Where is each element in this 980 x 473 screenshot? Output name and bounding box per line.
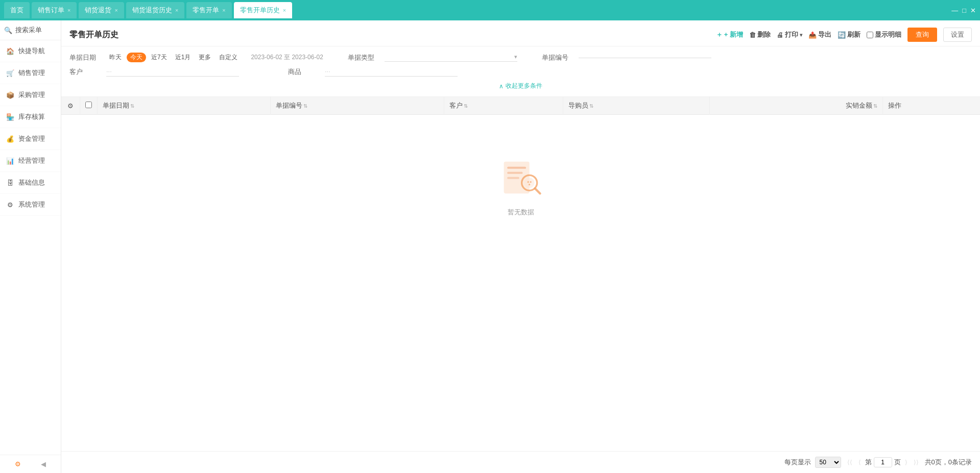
- tab-retail-open-history[interactable]: 零售开单历史 ×: [234, 2, 292, 18]
- th-gear[interactable]: ⚙: [61, 97, 80, 115]
- display-detail-checkbox[interactable]: [867, 32, 873, 38]
- prev-page-button[interactable]: ⟨: [856, 458, 863, 467]
- window-controls: — □ ✕: [951, 7, 976, 14]
- goods-dots: ···: [325, 67, 330, 75]
- date-btn-7days[interactable]: 近7天: [148, 53, 170, 62]
- search-icon: 🔍: [4, 27, 12, 34]
- close-tab-retail-open[interactable]: ×: [222, 7, 225, 13]
- last-page-button[interactable]: ⟩⟩: [912, 458, 921, 467]
- package-icon: 📦: [6, 91, 14, 99]
- svg-point-9: [529, 184, 530, 185]
- empty-text: 暂无数据: [508, 208, 534, 217]
- database-icon: 🗄: [6, 179, 14, 187]
- minimize-button[interactable]: —: [951, 7, 958, 14]
- date-filter-label: 单据日期: [69, 53, 98, 62]
- page-label: 第: [865, 458, 872, 467]
- next-page-button[interactable]: ⟩: [903, 458, 910, 467]
- goods-filter-input[interactable]: ···: [325, 67, 458, 77]
- empty-state: 暂无数据: [61, 115, 980, 258]
- sn-filter-input[interactable]: [579, 57, 711, 58]
- sort-sn-icon: ⇅: [303, 103, 307, 109]
- tab-retail-open[interactable]: 零售开单 ×: [186, 2, 231, 18]
- sidebar: 🔍 搜索采单 🏠 快捷导航 🛒 销售管理 📦 采购管理 🏪 库存核算 💰 资金管…: [0, 20, 61, 473]
- display-detail-button[interactable]: 显示明细: [867, 30, 901, 39]
- main-layout: 🔍 搜索采单 🏠 快捷导航 🛒 销售管理 📦 采购管理 🏪 库存核算 💰 资金管…: [0, 20, 980, 473]
- tab-sales-order[interactable]: 销售订单 ×: [32, 2, 77, 18]
- svg-rect-3: [507, 177, 519, 179]
- sidebar-settings-icon[interactable]: ⚙: [15, 460, 21, 468]
- export-icon: 📤: [808, 31, 817, 39]
- goods-filter-label: 商品: [288, 67, 317, 77]
- date-btn-today[interactable]: 今天: [127, 53, 146, 62]
- table-settings-gear-icon[interactable]: ⚙: [67, 102, 74, 110]
- svg-rect-1: [507, 167, 526, 169]
- page-header: 零售开单历史 ＋ + 新增 🗑 删除 🖨 打印 ▾ 📤 导出: [61, 20, 980, 46]
- th-checkbox[interactable]: [80, 97, 97, 115]
- money-icon: 💰: [6, 135, 14, 143]
- th-customer[interactable]: 客户 ⇅: [444, 97, 563, 115]
- type-filter-select[interactable]: ▾: [385, 54, 517, 62]
- type-filter-label: 单据类型: [348, 53, 376, 62]
- close-tab-retail-open-history[interactable]: ×: [283, 7, 286, 13]
- th-amount[interactable]: 实销金额 ⇅: [709, 97, 883, 115]
- close-tab-sales-return-history[interactable]: ×: [175, 7, 178, 13]
- date-btn-more[interactable]: 更多: [196, 53, 214, 62]
- sidebar-collapse-icon[interactable]: ◀: [41, 460, 46, 468]
- sidebar-item-quick-nav[interactable]: 🏠 快捷导航: [0, 40, 61, 62]
- sidebar-item-finance[interactable]: 💰 资金管理: [0, 128, 61, 150]
- first-page-button[interactable]: ⟨⟨: [845, 458, 854, 467]
- sidebar-item-ops-mgmt[interactable]: 📊 经营管理: [0, 150, 61, 172]
- type-dropdown-icon[interactable]: ▾: [514, 54, 517, 60]
- query-button[interactable]: 查询: [907, 28, 937, 42]
- page-number-input[interactable]: [874, 457, 892, 467]
- data-table: ⚙ 单据日期 ⇅ 单据编号: [61, 97, 980, 115]
- select-all-checkbox[interactable]: [85, 102, 92, 108]
- close-tab-sales-return[interactable]: ×: [114, 7, 117, 13]
- collapse-icon: ∧: [499, 83, 504, 90]
- customer-dots: ···: [106, 67, 112, 75]
- refresh-button[interactable]: 🔄 刷新: [838, 30, 861, 39]
- sidebar-item-sys-mgmt[interactable]: ⚙ 系统管理: [0, 194, 61, 216]
- svg-point-8: [530, 181, 531, 183]
- th-guide[interactable]: 导购员 ⇅: [563, 97, 709, 115]
- print-button[interactable]: 🖨 打印 ▾: [777, 30, 802, 39]
- sidebar-item-inventory[interactable]: 🏪 库存核算: [0, 106, 61, 128]
- per-page-select[interactable]: 50 10 20 100: [815, 457, 841, 468]
- date-btn-custom[interactable]: 自定义: [216, 53, 241, 62]
- plus-icon: ＋: [716, 30, 723, 39]
- add-button[interactable]: ＋ + 新增: [716, 30, 743, 39]
- page-title: 零售开单历史: [69, 30, 118, 40]
- pagination-bar: 每页显示 50 10 20 100 ⟨⟨ ⟨ 第 页 ⟩ ⟩⟩ 共0页，0条记录: [61, 451, 980, 473]
- home-icon: 🏠: [6, 47, 14, 55]
- sort-guide-icon: ⇅: [589, 103, 593, 109]
- sidebar-item-sales-mgmt[interactable]: 🛒 销售管理: [0, 62, 61, 84]
- close-tab-sales-order[interactable]: ×: [67, 7, 70, 13]
- print-icon: 🖨: [777, 31, 783, 39]
- date-btn-1month[interactable]: 近1月: [172, 53, 194, 62]
- th-date[interactable]: 单据日期 ⇅: [97, 97, 271, 115]
- maximize-button[interactable]: □: [962, 7, 966, 14]
- sidebar-item-purchase-mgmt[interactable]: 📦 采购管理: [0, 84, 61, 106]
- date-btn-yesterday[interactable]: 昨天: [106, 53, 125, 62]
- customer-filter-input[interactable]: ···: [106, 67, 239, 77]
- settings-button[interactable]: 设置: [943, 28, 972, 42]
- delete-button[interactable]: 🗑 删除: [749, 30, 771, 39]
- refresh-icon: 🔄: [838, 31, 846, 39]
- tab-sales-return-history[interactable]: 销货退货历史 ×: [126, 2, 184, 18]
- total-label: 共0页，0条记录: [925, 458, 972, 467]
- customer-filter-label: 客户: [69, 67, 98, 77]
- filter-row-2: 客户 ··· 商品 ···: [69, 67, 972, 77]
- sidebar-search[interactable]: 🔍 搜索采单: [0, 20, 61, 40]
- sort-amount-icon: ⇅: [873, 103, 877, 109]
- export-button[interactable]: 📤 导出: [808, 30, 831, 39]
- tab-home[interactable]: 首页: [4, 2, 30, 18]
- close-button[interactable]: ✕: [970, 7, 976, 14]
- tab-sales-return[interactable]: 销货退货 ×: [79, 2, 124, 18]
- header-actions: ＋ + 新增 🗑 删除 🖨 打印 ▾ 📤 导出 🔄: [716, 28, 972, 42]
- filter-row-1: 单据日期 昨天 今天 近7天 近1月 更多 自定义 2023-06-02 至 2…: [69, 53, 972, 62]
- sn-filter-label: 单据编号: [542, 53, 570, 62]
- sidebar-item-base-info[interactable]: 🗄 基础信息: [0, 172, 61, 194]
- th-sn[interactable]: 单据编号 ⇅: [271, 97, 444, 115]
- collapse-filter-button[interactable]: ∧ 收起更多条件: [69, 82, 972, 90]
- print-dropdown-icon[interactable]: ▾: [800, 32, 802, 38]
